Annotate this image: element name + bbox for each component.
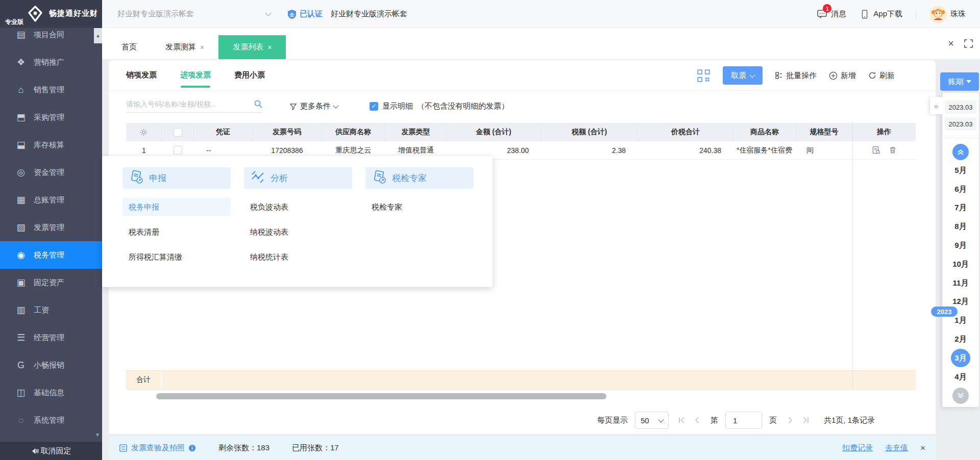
voucher-view-icon[interactable] [872, 146, 880, 155]
months-scroll-up-button[interactable] [952, 144, 969, 160]
month-item[interactable]: 5月 [942, 161, 979, 180]
messages-button[interactable]: 消息 1 [817, 9, 846, 19]
period-button[interactable]: 账期 [940, 72, 979, 91]
subtab-output[interactable]: 销项发票 [126, 60, 157, 91]
sidebar-scroll-up[interactable]: ▲ [94, 28, 102, 43]
table-header-6[interactable]: 价税合计 [638, 123, 733, 141]
tab-invoice-calc[interactable]: 发票测算× [151, 35, 218, 59]
sidebar-item-operation[interactable]: ☰经营管理 [0, 324, 102, 351]
sidebar-item-project-contract[interactable]: ▤项目合同 [0, 28, 102, 48]
sidebar-item-fixed-assets[interactable]: ▣固定资产 [0, 269, 102, 296]
recharge-link[interactable]: 去充值 [885, 443, 908, 453]
month-label: 3月 [951, 349, 970, 367]
flyout-item[interactable]: 纳税波动表 [244, 223, 352, 241]
account-set-selector[interactable]: 好业财专业版演示帐套 [117, 0, 271, 28]
flyout-item[interactable]: 纳税统计表 [244, 248, 352, 266]
app-download-button[interactable]: App下载 [860, 9, 902, 19]
sidebar-scroll-down[interactable]: ▼ [95, 432, 100, 438]
page-number-input[interactable]: 1 [725, 412, 762, 429]
horizontal-scrollbar-thumb[interactable] [156, 393, 606, 399]
select-all-checkbox[interactable] [174, 128, 182, 137]
column-settings-gear-icon[interactable] [126, 123, 162, 141]
info-icon[interactable] [188, 444, 196, 452]
months-scroll-down-button[interactable] [952, 388, 969, 404]
flyout-item[interactable]: 税检专家 [365, 198, 474, 216]
invoice-verify-link[interactable]: 发票查验及拍照 [119, 443, 196, 453]
sidebar-item-payroll[interactable]: ▥工资 [0, 296, 102, 324]
sidebar-item-sales[interactable]: ⌂销售管理 [0, 76, 102, 104]
sidebar-item-label: 系统管理 [34, 416, 64, 425]
collapse-rail-icon[interactable]: » [930, 97, 942, 114]
tab-close-icon[interactable]: × [267, 43, 272, 52]
table-header-3[interactable]: 发票类型 [385, 123, 447, 141]
table-header-8[interactable]: 规格型号 [796, 123, 852, 141]
tab-home[interactable]: 首页 [107, 35, 151, 59]
table-header-4[interactable]: 金额 (合计) [447, 123, 541, 141]
period-display-2[interactable]: 2023.03 [945, 117, 976, 131]
flyout-section-title[interactable]: 税检专家 [365, 167, 474, 189]
user-menu[interactable]: 珠珠 [929, 6, 966, 23]
more-conditions-button[interactable]: 更多条件 [289, 101, 338, 111]
delete-icon[interactable] [889, 146, 897, 154]
table-header-0[interactable]: 凭证 [194, 123, 253, 141]
table-header-2[interactable]: 供应商名称 [322, 123, 385, 141]
month-item[interactable]: 10月 [942, 255, 979, 274]
deduction-records-link[interactable]: 扣费记录 [842, 443, 873, 453]
table-header-7[interactable]: 商品名称 [733, 123, 796, 141]
sidebar-item-system[interactable]: ◌系统管理 [0, 406, 102, 434]
month-item[interactable]: 7月 [942, 199, 979, 218]
shield-icon: 企 [287, 9, 297, 19]
sidebar-item-basic-info[interactable]: ◫基础信息 [0, 379, 102, 406]
month-item[interactable]: 2月 [942, 330, 979, 349]
logo-block: 畅捷通好业财 专业版 [0, 0, 102, 28]
tab-invoice-list[interactable]: 发票列表× [218, 35, 286, 59]
flyout-section-title[interactable]: 申报 [122, 167, 231, 189]
search-input[interactable] [126, 100, 241, 108]
sidebar-unpin-button[interactable]: 取消固定 [0, 442, 102, 460]
triangle-down-icon [966, 80, 971, 83]
flyout-item[interactable]: 所得税汇算清缴 [122, 248, 231, 266]
prev-page-icon[interactable] [693, 416, 701, 424]
tab-close-icon[interactable]: × [200, 43, 204, 52]
month-item[interactable]: 3月 [942, 349, 979, 368]
batch-operation-button[interactable]: 批量操作 [775, 71, 817, 81]
flyout-item[interactable]: 税负波动表 [244, 198, 352, 216]
month-item[interactable]: 8月 [942, 217, 979, 236]
flyout-item[interactable]: 税表清册 [122, 223, 231, 241]
sidebar-item-xiaochang-expense[interactable]: G小畅报销 [0, 351, 102, 379]
sidebar-item-invoice[interactable]: ▧发票管理 [0, 214, 102, 241]
close-footer-icon[interactable]: × [920, 443, 925, 453]
month-item[interactable]: 4月 [942, 368, 979, 387]
flyout-section-title[interactable]: 分析 [244, 167, 352, 189]
last-page-icon[interactable] [801, 416, 810, 424]
subtab-expense[interactable]: 费用小票 [234, 60, 265, 91]
sidebar-item-ledger[interactable]: ▦总账管理 [0, 186, 102, 214]
row-checkbox[interactable] [174, 146, 182, 155]
sidebar-item-funds[interactable]: ◎资金管理 [0, 159, 102, 186]
qr-scan-icon[interactable] [697, 69, 710, 83]
table-header-1[interactable]: 发票号码 [253, 123, 322, 141]
sidebar-item-tax[interactable]: ◉税务管理 [0, 241, 102, 269]
search-box [126, 99, 263, 113]
sidebar-item-purchase[interactable]: ⬒采购管理 [0, 104, 102, 131]
per-page-select[interactable]: 50 [635, 412, 669, 429]
sidebar-item-marketing[interactable]: ❖营销推广 [0, 48, 102, 76]
subtab-input[interactable]: 进项发票 [180, 60, 211, 91]
period-display-1[interactable]: 2023.03 [945, 100, 976, 114]
sidebar-item-inventory[interactable]: ⬓库存核算 [0, 131, 102, 159]
next-page-icon[interactable] [786, 416, 794, 424]
month-item[interactable]: 11月 [942, 274, 979, 293]
fullscreen-icon[interactable] [964, 39, 973, 48]
fetch-invoice-button[interactable]: 取票 [723, 66, 763, 85]
month-item[interactable]: 6月 [942, 180, 979, 199]
month-item[interactable]: 9月 [942, 236, 979, 255]
show-detail-checkbox[interactable]: ✓ [370, 102, 378, 111]
first-page-icon[interactable] [678, 416, 686, 424]
flyout-item[interactable]: 税务申报 [122, 198, 231, 216]
refresh-button[interactable]: 刷新 [868, 71, 895, 81]
table-header-9[interactable]: 操作 [852, 123, 916, 141]
close-tabs-icon[interactable]: × [948, 38, 954, 49]
table-header-5[interactable]: 税额 (合计) [541, 123, 638, 141]
add-button[interactable]: 新增 [829, 71, 856, 81]
search-icon[interactable] [254, 99, 263, 109]
